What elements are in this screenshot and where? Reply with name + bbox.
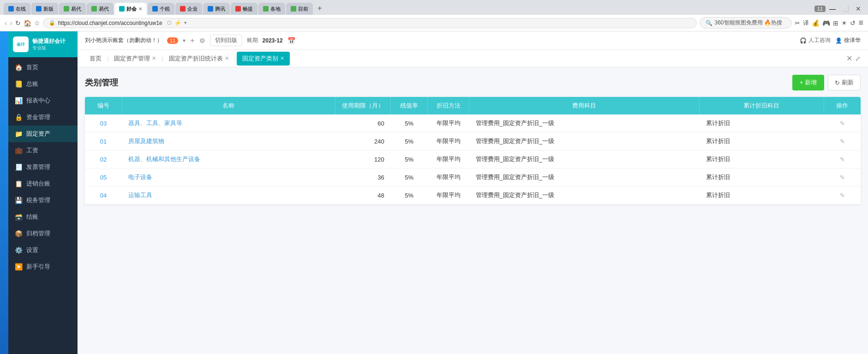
cell-name-4[interactable]: 运输工具 bbox=[122, 186, 335, 204]
page-title: 类别管理 bbox=[85, 77, 118, 88]
settings-gear-icon[interactable]: ⚙ bbox=[199, 37, 205, 44]
new-tab-button[interactable]: + bbox=[314, 3, 325, 13]
salary-icon: 💼 bbox=[15, 147, 23, 154]
window-close[interactable]: ✕ bbox=[852, 4, 864, 14]
nav-forward[interactable]: › bbox=[10, 19, 12, 27]
sidebar-item-home[interactable]: 🏠 首页 bbox=[8, 59, 78, 76]
col-header-name: 名称 bbox=[122, 97, 335, 114]
sidebar-item-tax[interactable]: 💾 税务管理 bbox=[8, 192, 78, 209]
cell-code-2[interactable]: 02 bbox=[85, 150, 122, 168]
nav-back[interactable]: ‹ bbox=[5, 19, 7, 27]
brightness-icon[interactable]: ☀ bbox=[841, 19, 847, 27]
tab-separator-2: | bbox=[162, 55, 163, 62]
undo-icon[interactable]: ↺ bbox=[850, 19, 856, 27]
url-dropdown-icon[interactable]: ▾ bbox=[184, 20, 187, 26]
add-button[interactable]: + 新增 bbox=[792, 75, 824, 90]
sidebar-item-settings[interactable]: ⚙️ 设置 bbox=[8, 242, 78, 258]
sidebar-item-settle[interactable]: 🗃️ 结账 bbox=[8, 209, 78, 225]
tab-fixed-mgmt[interactable]: 固定资产管理 ✕ bbox=[109, 52, 161, 66]
user-avatar-icon: 👤 bbox=[835, 37, 842, 44]
page-body: 类别管理 + 新增 ↻ 刷新 编号 名称 使用期限（月） 残值率 bbox=[78, 67, 868, 354]
wallet-icon[interactable]: 💰 bbox=[812, 19, 820, 27]
refresh-icon: ↻ bbox=[835, 79, 840, 86]
cell-name-2[interactable]: 机器、机械和其他生产设备 bbox=[122, 150, 335, 168]
sidebar-item-fixed[interactable]: 📁 固定资产 bbox=[8, 126, 78, 142]
translate-icon[interactable]: 译 bbox=[803, 19, 809, 27]
cell-name-3[interactable]: 电子设备 bbox=[122, 168, 335, 186]
cut-icon[interactable]: ✂ bbox=[795, 19, 800, 27]
page-header: 类别管理 + 新增 ↻ 刷新 bbox=[85, 75, 861, 90]
period-value: 2023-12 bbox=[263, 37, 283, 44]
col-header-months: 使用期限（月） bbox=[335, 97, 391, 114]
browser-tab-corp[interactable]: 企业 bbox=[175, 3, 202, 15]
tab-home[interactable]: 首页 bbox=[85, 52, 106, 66]
browser-tab-new[interactable]: 新版 bbox=[31, 3, 58, 15]
cell-code-0[interactable]: 03 bbox=[85, 114, 122, 132]
sidebar-item-guide[interactable]: ▶️ 新手引导 bbox=[8, 258, 78, 275]
browser-tab-yidai1[interactable]: 易代 bbox=[59, 3, 86, 15]
grid-icon[interactable]: ⊞ bbox=[833, 19, 838, 27]
switch-version-button[interactable]: 切到旧版 bbox=[210, 35, 242, 46]
cell-action-2[interactable]: ✎ bbox=[824, 150, 861, 168]
cell-code-3[interactable]: 05 bbox=[85, 168, 122, 186]
cell-action-4[interactable]: ✎ bbox=[824, 186, 861, 204]
refresh-button[interactable]: ↻ 刷新 bbox=[828, 75, 861, 90]
ssl-lock-icon: 🔒 bbox=[49, 20, 55, 26]
cell-expense-2: 管理费用_固定资产折旧_一级 bbox=[469, 150, 700, 168]
window-minimize[interactable]: — bbox=[826, 4, 838, 14]
tab-close-category[interactable]: ✕ bbox=[280, 55, 284, 61]
browser-tab-gedi[interactable]: 各地 bbox=[258, 3, 285, 15]
tab-close-fixed-mgmt[interactable]: ✕ bbox=[152, 55, 156, 61]
cell-accumulated-3: 累计折旧 bbox=[700, 168, 824, 186]
cell-name-1[interactable]: 房屋及建筑物 bbox=[122, 132, 335, 150]
cell-method-0: 年限平均 bbox=[428, 114, 469, 132]
service-button[interactable]: 🎧 人工咨询 bbox=[800, 36, 831, 44]
sidebar-item-invoice[interactable]: 🧾 发票管理 bbox=[8, 159, 78, 175]
tab-depreciation[interactable]: 固定资产折旧统计表 ✕ bbox=[164, 52, 233, 66]
nav-star[interactable]: ☆ bbox=[34, 19, 40, 27]
settings-icon: ⚙️ bbox=[15, 246, 23, 254]
window-restore[interactable]: ⬜ bbox=[839, 4, 851, 14]
browser-tab-active[interactable]: 好会 ✕ bbox=[114, 3, 147, 15]
nav-home[interactable]: 🏠 bbox=[24, 19, 31, 27]
site-info-icon[interactable]: ⬡ bbox=[167, 20, 172, 26]
sidebar-item-report[interactable]: 📊 报表中心 bbox=[8, 92, 78, 109]
add-account-icon[interactable]: + bbox=[190, 36, 194, 45]
cell-method-2: 年限平均 bbox=[428, 150, 469, 168]
logo-title: 畅捷通好会计 bbox=[32, 37, 66, 45]
table-header-row: 编号 名称 使用期限（月） 残值率 折旧方法 费用科目 累计折旧科目 操作 bbox=[85, 97, 861, 114]
sidebar-item-salary[interactable]: 💼 工资 bbox=[8, 142, 78, 159]
tab-close-active[interactable]: ✕ bbox=[138, 6, 142, 12]
tab-category[interactable]: 固定资产类别 ✕ bbox=[237, 52, 290, 66]
browser-tab-tax[interactable]: 个税 bbox=[148, 3, 174, 15]
cell-action-3[interactable]: ✎ bbox=[824, 168, 861, 186]
guide-icon: ▶️ bbox=[15, 263, 23, 270]
browser-tab-changte[interactable]: 畅提 bbox=[231, 3, 257, 15]
expand-panel-icon[interactable]: ⤢ bbox=[855, 55, 861, 62]
browser-tab-muqian[interactable]: 目前 bbox=[286, 3, 313, 15]
nav-refresh[interactable]: ↻ bbox=[15, 19, 21, 27]
cell-name-0[interactable]: 器具、工具、家具等 bbox=[122, 114, 335, 132]
dropdown-arrow-icon[interactable]: ▾ bbox=[183, 37, 186, 44]
search-bar[interactable]: 🔍 360智能抠图免费用 🔥热搜 bbox=[700, 17, 792, 29]
headset-icon: 🎧 bbox=[800, 37, 807, 44]
close-panel-icon[interactable]: ✕ bbox=[846, 54, 852, 63]
sidebar-item-ledger[interactable]: 📒 总账 bbox=[8, 76, 78, 92]
cell-action-0[interactable]: ✎ bbox=[824, 114, 861, 132]
tab-close-depreciation[interactable]: ✕ bbox=[225, 55, 229, 61]
address-bar[interactable]: 🔒 https://cloud.chanjet.com/accounting/u… bbox=[43, 18, 697, 28]
cell-code-1[interactable]: 01 bbox=[85, 132, 122, 150]
user-info[interactable]: 👤 徐泽华 bbox=[835, 36, 861, 44]
sidebar-item-inout[interactable]: 📋 进销台账 bbox=[8, 175, 78, 192]
calendar-icon[interactable]: 📅 bbox=[287, 37, 295, 44]
sidebar-item-archive[interactable]: 📦 归档管理 bbox=[8, 225, 78, 242]
menu-icon[interactable]: ≡ bbox=[858, 18, 863, 28]
browser-tab-yidai2[interactable]: 易代 bbox=[87, 3, 114, 15]
game-icon[interactable]: 🎮 bbox=[822, 19, 830, 27]
browser-tab-online[interactable]: 在线 bbox=[4, 3, 30, 15]
cell-code-4[interactable]: 04 bbox=[85, 186, 122, 204]
sidebar-item-fund[interactable]: 🔒 资金管理 bbox=[8, 109, 78, 126]
col-header-code: 编号 bbox=[85, 97, 122, 114]
browser-tab-tencent[interactable]: 腾讯 bbox=[203, 3, 230, 15]
cell-action-1[interactable]: ✎ bbox=[824, 132, 861, 150]
